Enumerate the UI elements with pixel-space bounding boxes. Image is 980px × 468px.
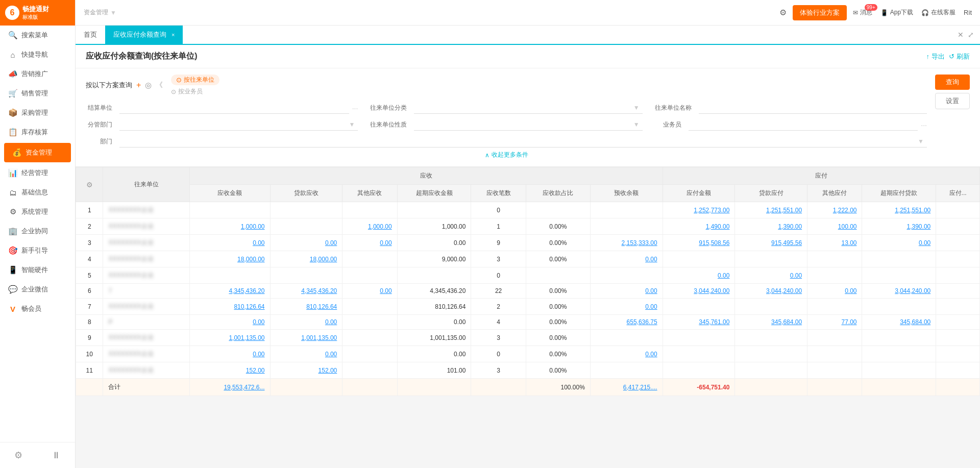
unit-name-input[interactable] <box>699 102 927 114</box>
table-cell[interactable]: 77.00 <box>807 315 862 330</box>
table-cell[interactable]: 915,508.56 <box>663 235 735 251</box>
table-cell[interactable]: 1,252,773.00 <box>663 202 735 218</box>
salesperson-input[interactable] <box>689 119 918 131</box>
table-cell[interactable]: 0.00 <box>342 235 397 251</box>
table-cell[interactable]: 3,044,240.00 <box>735 284 807 299</box>
scheme-partner-btn[interactable]: ⊙ 按往来单位 <box>171 75 219 85</box>
table-cell[interactable]: 0.00 <box>190 235 270 251</box>
table-cell[interactable] <box>663 330 735 346</box>
table-cell[interactable] <box>735 362 807 379</box>
cta-button[interactable]: 体验行业方案 <box>793 5 847 20</box>
table-cell[interactable]: 810,126.64 <box>270 299 342 315</box>
sidebar-item-sales[interactable]: 🛒 销售管理 <box>0 84 75 103</box>
settings-gear-icon[interactable]: ⚙ <box>779 8 787 17</box>
settings-button[interactable]: 设置 <box>935 93 970 109</box>
table-cell[interactable] <box>342 299 397 315</box>
table-cell[interactable] <box>735 299 807 315</box>
table-cell[interactable] <box>663 299 735 315</box>
table-cell[interactable] <box>590 267 663 284</box>
table-cell[interactable] <box>663 362 735 379</box>
sidebar-item-search-menu[interactable]: 🔍 搜索菜单 <box>0 26 75 45</box>
tab-home[interactable]: 首页 <box>76 26 105 44</box>
table-cell[interactable]: 0.00 <box>663 267 735 284</box>
table-cell[interactable]: 0.00 <box>590 284 663 299</box>
table-cell[interactable]: 0.00 <box>590 251 663 267</box>
table-cell[interactable] <box>342 315 397 330</box>
sidebar-item-purchase[interactable]: 📦 采购管理 <box>0 103 75 122</box>
table-cell[interactable] <box>590 202 663 218</box>
table-cell[interactable]: 0.00 <box>190 346 270 362</box>
app-download-btn[interactable]: 📱 App下载 <box>880 8 913 17</box>
table-cell[interactable]: 0.00 <box>735 267 807 284</box>
table-cell[interactable]: 100.00 <box>807 218 862 235</box>
table-cell[interactable]: 1,001,135.00 <box>270 330 342 346</box>
table-cell[interactable]: 4,345,436.20 <box>190 284 270 299</box>
table-cell[interactable]: 0.00 <box>342 284 397 299</box>
table-cell[interactable] <box>807 299 862 315</box>
table-cell[interactable] <box>342 330 397 346</box>
sidebar-item-operations[interactable]: 📊 经营管理 <box>0 163 75 183</box>
salesperson-dots[interactable]: ··· <box>921 121 927 129</box>
table-cell[interactable]: 1,251,551.00 <box>735 202 807 218</box>
table-cell[interactable] <box>807 362 862 379</box>
table-cell[interactable]: 1,001,135.00 <box>190 330 270 346</box>
table-cell[interactable] <box>807 267 862 284</box>
window-close-icon[interactable]: ✕ <box>958 31 964 39</box>
filter-collapse-row[interactable]: ∧ 收起更多条件 <box>86 147 927 160</box>
query-button[interactable]: 查询 <box>935 75 970 90</box>
table-cell[interactable]: 0.00 <box>862 235 936 251</box>
table-cell[interactable]: 810,126.64 <box>190 299 270 315</box>
table-cell[interactable] <box>342 251 397 267</box>
sidebar-item-marketing[interactable]: 📣 营销推广 <box>0 64 75 84</box>
table-cell[interactable] <box>342 267 397 284</box>
table-cell[interactable] <box>663 346 735 362</box>
dept-select[interactable]: ▼ <box>119 136 927 147</box>
sidebar-item-guide[interactable]: 🎯 新手引导 <box>0 241 75 260</box>
unit-nature-select[interactable]: ▼ <box>414 119 642 131</box>
table-cell[interactable]: 18,000.00 <box>190 251 270 267</box>
sidebar-item-member[interactable]: V 畅会员 <box>0 299 75 318</box>
sidebar-item-wechat[interactable]: 💬 企业微信 <box>0 280 75 299</box>
table-cell[interactable]: 3,044,240.00 <box>663 284 735 299</box>
table-cell[interactable] <box>270 202 342 218</box>
footer-advance-balance[interactable]: 6,417,215.... <box>590 379 663 396</box>
table-cell[interactable] <box>190 267 270 284</box>
table-cell[interactable] <box>862 346 936 362</box>
table-cell[interactable] <box>590 362 663 379</box>
table-cell[interactable] <box>862 267 936 284</box>
tab-close-icon[interactable]: × <box>172 32 175 38</box>
sidebar-item-finance[interactable]: 💰 资金管理 <box>4 143 71 162</box>
unit-category-select[interactable]: ▼ <box>414 102 642 114</box>
filter-collapse-btn[interactable]: 《 <box>156 81 163 90</box>
table-settings-icon[interactable]: ⚙ <box>86 181 93 189</box>
table-cell[interactable] <box>862 362 936 379</box>
table-cell[interactable]: 1,390.00 <box>862 218 936 235</box>
table-cell[interactable]: 0.00 <box>807 284 862 299</box>
table-cell[interactable]: 152.00 <box>270 362 342 379</box>
data-table-container[interactable]: ⚙ 往来单位 应收 应付 应收金额 贷款应收 其他应收 超期应收金额 应收笔数 … <box>76 167 980 396</box>
table-cell[interactable] <box>862 251 936 267</box>
table-cell[interactable] <box>270 218 342 235</box>
table-cell[interactable]: 152.00 <box>190 362 270 379</box>
table-cell[interactable]: 0.00 <box>270 315 342 330</box>
table-cell[interactable] <box>663 251 735 267</box>
table-cell[interactable]: 915,495.56 <box>735 235 807 251</box>
table-cell[interactable]: 2,153,333.00 <box>590 235 663 251</box>
sidebar-collapse-btn[interactable]: ⏸ <box>47 448 65 463</box>
refresh-btn[interactable]: ↺ 刷新 <box>949 52 970 61</box>
table-cell[interactable]: 655,636.75 <box>590 315 663 330</box>
table-cell[interactable]: 345,684.00 <box>862 315 936 330</box>
table-cell[interactable]: 1,490.00 <box>663 218 735 235</box>
sidebar-settings-btn[interactable]: ⚙ <box>10 448 27 463</box>
table-cell[interactable] <box>735 346 807 362</box>
sidebar-item-system[interactable]: ⚙ 系统管理 <box>0 202 75 221</box>
table-cell[interactable]: 1,000.00 <box>342 218 397 235</box>
table-cell[interactable] <box>807 346 862 362</box>
table-cell[interactable]: 0.00 <box>590 299 663 315</box>
col-settings[interactable]: ⚙ <box>76 167 103 202</box>
table-cell[interactable]: 4,345,436.20 <box>270 284 342 299</box>
footer-receivable-amount[interactable]: 19,553,472.6... <box>190 379 270 396</box>
table-cell[interactable]: 0.00 <box>590 346 663 362</box>
settlement-unit-input[interactable] <box>119 102 349 114</box>
table-cell[interactable]: 3,044,240.00 <box>862 284 936 299</box>
